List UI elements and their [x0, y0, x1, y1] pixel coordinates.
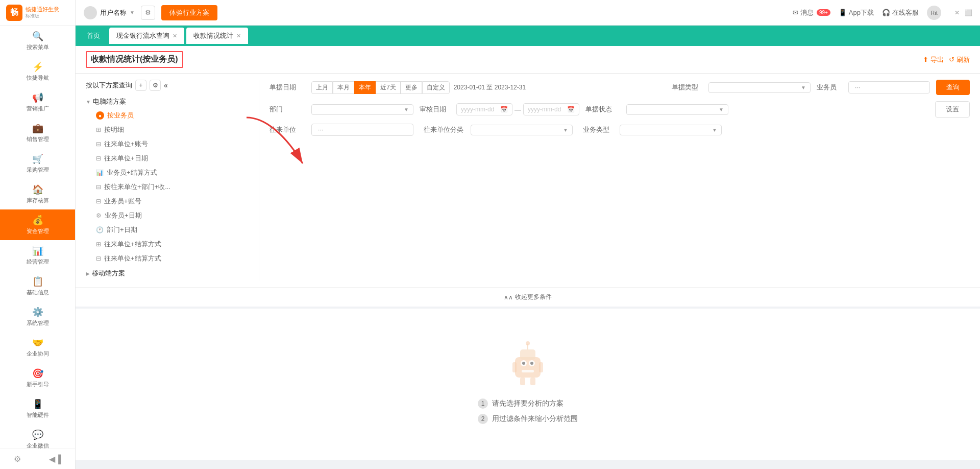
- date-btn-more[interactable]: 更多: [401, 81, 422, 94]
- scheme-item-8[interactable]: 🕐 部门+日期: [86, 223, 251, 237]
- partner-category-label: 往来单位分类: [424, 125, 464, 134]
- scheme-item-4[interactable]: 📊 业务员+结算方式: [86, 166, 251, 180]
- settings-gear-button[interactable]: ⚙: [141, 6, 155, 20]
- partner-category-select[interactable]: ▼: [471, 125, 573, 135]
- sidebar-item-shortcut[interactable]: ⚡ 快捷导航: [0, 56, 75, 87]
- window-controls: ✕ ⬜: [953, 9, 972, 16]
- collection-stats-tab-close[interactable]: ✕: [236, 33, 241, 39]
- collapse-bar[interactable]: ∧∧ 收起更多条件: [76, 287, 980, 307]
- page-wrapper: 收款情况统计(按业务员) ⬆ 导出 ↺ 刷新: [76, 46, 980, 469]
- tab-bank-flow[interactable]: 现金银行流水查询 ✕: [109, 28, 184, 44]
- sidebar-item-wechat[interactable]: 💬 企业微信: [0, 424, 75, 449]
- svg-rect-10: [530, 378, 535, 385]
- review-date-end[interactable]: yyyy-mm-dd 📅: [523, 103, 579, 115]
- message-action[interactable]: ✉ 消息 99+: [793, 8, 830, 17]
- partner-label: 往来单位: [270, 125, 305, 134]
- logo-icon: 畅: [6, 5, 22, 21]
- voucher-type-select[interactable]: ▼: [708, 82, 811, 93]
- date-btn-7days[interactable]: 近7天: [376, 81, 401, 94]
- scheme-item-3[interactable]: ⊟ 往来单位+日期: [86, 151, 251, 166]
- export-button[interactable]: ⬆ 导出: [923, 55, 944, 64]
- user-dropdown-arrow[interactable]: ▼: [130, 10, 135, 15]
- scheme-label-1: 按明细: [104, 125, 124, 134]
- sidebar-item-basic[interactable]: 📋 基础信息: [0, 271, 75, 301]
- review-date-end-placeholder: yyyy-mm-dd: [528, 106, 561, 113]
- sidebar-label-wechat: 企业微信: [27, 442, 49, 449]
- scheme-label-3: 往来单位+日期: [104, 154, 148, 163]
- sidebar-item-search[interactable]: 🔍 搜索菜单: [0, 26, 75, 56]
- query-button[interactable]: 查询: [936, 80, 970, 95]
- trial-industry-button[interactable]: 体验行业方案: [161, 5, 217, 20]
- scheme-collapse-button[interactable]: «: [164, 81, 168, 89]
- scheme-item-9[interactable]: ⊞ 往来单位+结算方式: [86, 237, 251, 251]
- sidebar-item-purchase[interactable]: 🛒 采购管理: [0, 148, 75, 179]
- scheme-item-6[interactable]: ⊟ 业务员+账号: [86, 194, 251, 208]
- scheme-label-4: 业务员+结算方式: [107, 168, 157, 177]
- purchase-icon: 🛒: [32, 153, 43, 165]
- svg-rect-7: [512, 362, 517, 372]
- date-btn-last-month[interactable]: 上月: [311, 81, 333, 94]
- partner-select[interactable]: ···: [311, 124, 413, 136]
- partner-more-icon[interactable]: ···: [318, 126, 323, 133]
- sidebar-item-inventory[interactable]: 🏠 库存核算: [0, 179, 75, 209]
- sidebar-item-marketing[interactable]: 📢 营销推广: [0, 87, 75, 118]
- sidebar-item-system[interactable]: ⚙️ 系统管理: [0, 301, 75, 332]
- refresh-button[interactable]: ↺ 刷新: [949, 55, 970, 64]
- collapse-sidebar-icon[interactable]: ◀▐: [49, 454, 61, 464]
- app-logo: 畅 畅捷通好生意 标准版: [0, 0, 75, 26]
- date-btn-custom[interactable]: 自定义: [422, 81, 450, 94]
- scheme-item-0[interactable]: ● 按业务员: [86, 108, 251, 123]
- sidebar-item-fund[interactable]: 💰 资金管理: [0, 209, 75, 240]
- app-download-action[interactable]: 📱 App下载: [839, 8, 874, 17]
- voucher-status-label: 单据状态: [585, 105, 616, 114]
- scheme-tree: ▼ 电脑端方案 ● 按业务员 ⊞ 按明细: [86, 95, 251, 280]
- add-scheme-button[interactable]: +: [135, 80, 146, 91]
- scheme-icon-5: ⊟: [96, 183, 101, 191]
- scheme-setting-button[interactable]: ⚙: [150, 80, 161, 91]
- setting-button[interactable]: 设置: [935, 101, 970, 118]
- message-icon: ✉: [793, 9, 798, 16]
- sidebar: 畅 畅捷通好生意 标准版 🔍 搜索菜单 ⚡ 快捷导航 📢 营销推广 💼 销售管理: [0, 0, 76, 469]
- svg-rect-9: [520, 378, 525, 385]
- scheme-item-10[interactable]: ⊟ 往来单位+结算方式: [86, 251, 251, 266]
- maximize-window-button[interactable]: ⬜: [965, 9, 972, 16]
- message-label: 消息: [800, 8, 814, 17]
- salesman-more-icon[interactable]: ···: [855, 84, 860, 91]
- close-window-button[interactable]: ✕: [953, 9, 961, 16]
- sidebar-item-sales[interactable]: 💼 销售管理: [0, 118, 75, 148]
- enterprise-icon: 🤝: [32, 337, 43, 348]
- voucher-status-select[interactable]: ▼: [626, 104, 728, 115]
- date-btn-this-year[interactable]: 本年: [354, 81, 376, 94]
- mobile-group-header[interactable]: ▶ 移动端方案: [86, 267, 251, 280]
- settings-bottom-icon[interactable]: ⚙: [14, 454, 21, 464]
- scheme-item-1[interactable]: ⊞ 按明细: [86, 123, 251, 137]
- biz-type-select[interactable]: ▼: [620, 125, 722, 135]
- online-service-action[interactable]: 🎧 在线客服: [882, 8, 919, 17]
- tab-home[interactable]: 首页: [80, 28, 107, 44]
- collapse-up-icon: ∧∧: [504, 294, 513, 301]
- scheme-item-7[interactable]: ⚙ 业务员+日期: [86, 208, 251, 223]
- desktop-group-header[interactable]: ▼ 电脑端方案: [86, 95, 251, 108]
- date-dash: —: [514, 106, 521, 113]
- bank-flow-tab-close[interactable]: ✕: [173, 33, 177, 39]
- date-btn-this-month[interactable]: 本月: [333, 81, 354, 94]
- svg-point-5: [530, 362, 533, 365]
- sidebar-item-enterprise[interactable]: 🤝 企业协同: [0, 332, 75, 363]
- salesman-select[interactable]: ···: [848, 81, 930, 93]
- tab-collection-stats[interactable]: 收款情况统计 ✕: [186, 28, 248, 44]
- sidebar-label-marketing: 营销推广: [27, 105, 49, 112]
- scheme-item-2[interactable]: ⊟ 往来单位+账号: [86, 137, 251, 151]
- scheme-item-5[interactable]: ⊟ 按往来单位+部门+收...: [86, 180, 251, 194]
- empty-robot-icon: [502, 339, 553, 390]
- sidebar-item-operation[interactable]: 📊 经营管理: [0, 240, 75, 271]
- guide-icon: 🎯: [32, 368, 43, 379]
- voucher-status-arrow: ▼: [719, 107, 724, 112]
- sidebar-label-shortcut: 快捷导航: [27, 74, 49, 82]
- dept-select[interactable]: ▼: [311, 104, 413, 115]
- review-date-start[interactable]: yyyy-mm-dd 📅: [456, 103, 512, 115]
- sidebar-item-guide[interactable]: 🎯 新手引导: [0, 363, 75, 393]
- topbar-right: ✉ 消息 99+ 📱 App下载 🎧 在线客服 Rit ✕ ⬜: [793, 6, 972, 20]
- sidebar-item-hardware[interactable]: 📱 智能硬件: [0, 393, 75, 424]
- wechat-icon: 💬: [32, 429, 43, 440]
- scheme-icon-2: ⊟: [96, 140, 101, 148]
